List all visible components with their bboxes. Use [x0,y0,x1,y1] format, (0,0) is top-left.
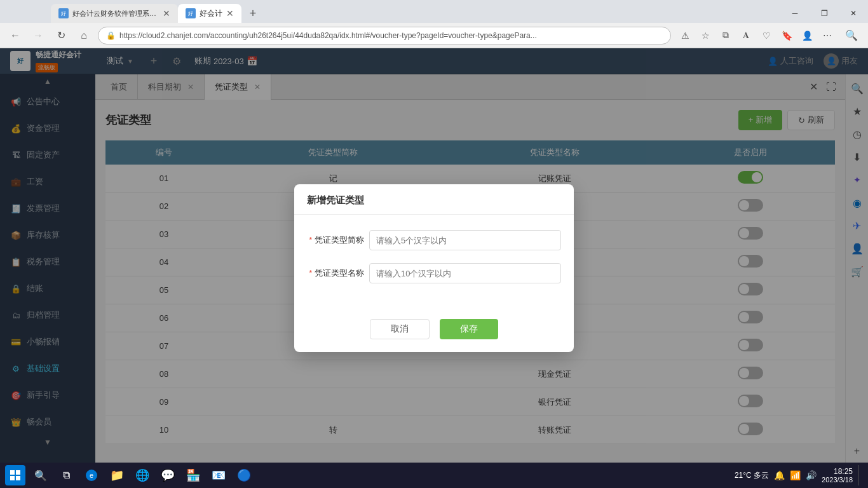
browser-tab-2[interactable]: 好 好会计 ✕ [178,4,241,23]
tab1-favicon: 好 [58,8,69,18]
win-close[interactable]: ✕ [839,2,868,25]
svg-rect-1 [16,470,20,475]
taskbar-mail[interactable]: 📧 [208,465,229,485]
name-label: 凭证类型名称 [307,268,364,279]
browser-tab-group-btn[interactable]: ⧉ [717,27,735,44]
address-bar: ← → ↻ ⌂ 🔒 https://cloud2.chanjet.com/acc… [0,23,868,48]
taskbar-search-btn[interactable]: 🔍 [31,465,51,485]
cancel-button[interactable]: 取消 [370,319,430,339]
taskbar-chrome[interactable]: 🌐 [132,465,153,485]
taskbar-right: 21°C 多云 🔔 📶 🔊 18:25 2023/3/18 [735,465,863,485]
dialog-header: 新增凭证类型 [294,184,574,215]
tab2-title: 好会计 [200,8,222,19]
nav-forward[interactable]: → [29,27,47,44]
nav-home[interactable]: ⌂ [75,27,93,44]
svg-rect-3 [16,476,20,480]
browser-sidebar-search[interactable]: 🔍 [841,27,862,44]
dialog-overlay: 新增凭证类型 凭证类型简称 凭证类型名称 取消 保存 [0,48,868,488]
taskbar-show-desktop[interactable] [858,465,863,485]
taskbar-file-explorer[interactable]: 📁 [107,465,127,485]
taskbar-store[interactable]: 🏪 [183,465,203,485]
browser-star-btn[interactable]: ☆ [696,27,714,44]
taskbar-edge[interactable]: e [81,465,102,485]
new-tab-button[interactable]: + [244,4,262,22]
win-maximize[interactable]: ❐ [810,2,839,25]
tab2-favicon: 好 [186,8,196,18]
taskbar-task-view[interactable]: ⧉ [56,465,76,485]
form-row-name: 凭证类型名称 [307,263,561,283]
url-lock-icon: 🔒 [106,31,116,40]
taskbar-clock: 18:25 2023/3/18 [822,467,853,484]
tab1-close[interactable]: ✕ [163,8,170,18]
url-text: https://cloud2.chanjet.com/accounting/uh… [119,31,537,40]
tab-bar: 好 好会计云财务软件管理系统_会计 ✕ 好 好会计 ✕ + ─ ❐ ✕ [0,0,868,23]
nav-refresh[interactable]: ↻ [52,27,70,44]
abbr-input[interactable] [369,230,561,250]
svg-rect-0 [10,470,15,475]
dialog-footer: 取消 保存 [294,311,574,352]
svg-text:e: e [90,471,93,479]
browser-read-btn[interactable]: 𝐀 [737,27,755,44]
taskbar-wifi-icon[interactable]: 📶 [790,470,801,480]
tab2-close[interactable]: ✕ [226,8,234,18]
taskbar-time: 18:25 [822,467,853,476]
abbr-label: 凭证类型简称 [307,234,364,246]
start-btn[interactable] [5,465,25,485]
save-button[interactable]: 保存 [440,319,498,339]
svg-rect-2 [10,476,15,480]
url-bar[interactable]: 🔒 https://cloud2.chanjet.com/accounting/… [98,27,671,44]
taskbar: 🔍 ⧉ e 📁 🌐 💬 🏪 📧 🔵 21°C 多云 🔔 📶 🔊 18:25 20… [0,463,868,488]
browser-fav-btn[interactable]: ♡ [757,27,775,44]
name-input[interactable] [369,263,561,283]
win-minimize[interactable]: ─ [780,2,810,25]
taskbar-date: 2023/3/18 [822,476,853,484]
tab1-title: 好会计云财务软件管理系统_会计 [72,9,159,18]
taskbar-wechat[interactable]: 💬 [158,465,178,485]
taskbar-notification-icon[interactable]: 🔔 [774,470,785,480]
browser-profile-btn[interactable]: 👤 [798,27,816,44]
browser-collection-btn[interactable]: 🔖 [778,27,796,44]
nav-back[interactable]: ← [6,27,24,44]
form-row-abbr: 凭证类型简称 [307,230,561,250]
browser-tab-1[interactable]: 好 好会计云财务软件管理系统_会计 ✕ [51,4,178,23]
browser-window: 好 好会计云财务软件管理系统_会计 ✕ 好 好会计 ✕ + ─ ❐ ✕ ← → … [0,0,868,488]
dialog-body: 凭证类型简称 凭证类型名称 [294,215,574,311]
dialog: 新增凭证类型 凭证类型简称 凭证类型名称 取消 保存 [294,184,574,352]
browser-menu-btn[interactable]: ⋯ [818,27,836,44]
browser-extensions-btn[interactable]: ⚠ [676,27,694,44]
taskbar-browser2[interactable]: 🔵 [234,465,254,485]
taskbar-speaker-icon[interactable]: 🔊 [806,470,817,480]
taskbar-weather: 21°C 多云 [735,470,769,481]
